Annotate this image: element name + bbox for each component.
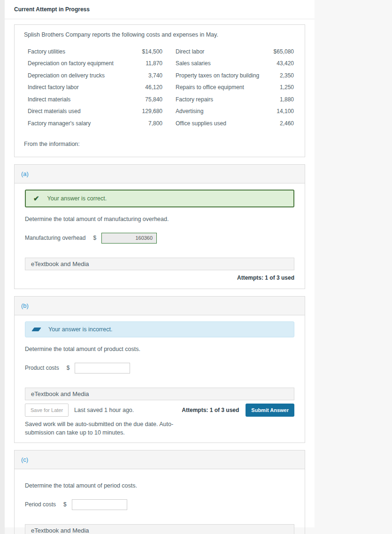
feedback-message: Your answer is incorrect.: [48, 326, 112, 333]
etextbook-media-accordion[interactable]: eTextbook and Media: [25, 258, 294, 270]
answer-field-row: Period costs $: [25, 499, 294, 510]
section-a-header: (a): [15, 165, 305, 183]
etextbook-media-label: eTextbook and Media: [31, 527, 89, 534]
cost-value: 46,120: [129, 84, 162, 91]
checkmark-icon: ✔: [33, 195, 39, 202]
cost-value: 1,250: [261, 84, 294, 91]
cost-value: 7,800: [129, 120, 162, 127]
cost-label: Factory utilities: [28, 48, 129, 55]
cost-label: Indirect factory labor: [28, 84, 129, 91]
cost-label: Depreciation on factory equipment: [28, 60, 129, 67]
cost-value: 11,870: [129, 60, 162, 67]
section-footer: Save for Later Last saved 1 hour ago. At…: [25, 404, 294, 417]
save-for-later-button[interactable]: Save for Later: [25, 404, 69, 417]
cost-label: Office supplies used: [176, 120, 261, 127]
cost-value: $65,080: [261, 48, 294, 55]
assignment-panel: Current Attempt in Progress Splish Broth…: [5, 0, 315, 527]
cost-value: 1,880: [261, 96, 294, 103]
cost-label: Depreciation on delivery trucks: [28, 72, 129, 79]
cost-value: 2,350: [261, 72, 294, 79]
etextbook-media-accordion[interactable]: eTextbook and Media: [25, 388, 294, 400]
section-b-header: (b): [15, 297, 305, 315]
cost-label: Direct labor: [176, 48, 261, 55]
cost-label: Factory manager's salary: [28, 120, 129, 127]
field-label: Period costs: [25, 501, 56, 508]
cost-label: Repairs to office equipment: [176, 84, 261, 91]
etextbook-media-label: eTextbook and Media: [31, 260, 89, 267]
question-prompt: Determine the total amount of product co…: [25, 346, 294, 352]
cost-value: $14,500: [129, 48, 162, 55]
currency-symbol: $: [93, 235, 96, 241]
cost-label: Advertising: [176, 108, 261, 114]
table-row: Depreciation on delivery trucks 3,740 Pr…: [28, 69, 295, 82]
cost-label: Sales salaries: [176, 60, 261, 67]
incorrect-feedback-banner: Your answer is incorrect.: [25, 321, 294, 337]
section-a-body: ✔ Your answer is correct. Determine the …: [15, 183, 305, 289]
page-gutter: [0, 0, 5, 534]
cost-value: 75,840: [129, 96, 162, 103]
period-costs-input[interactable]: [72, 499, 127, 510]
etextbook-media-label: eTextbook and Media: [31, 390, 89, 397]
table-row: Indirect factory labor 46,120 Repairs to…: [28, 82, 295, 94]
etextbook-media-accordion[interactable]: eTextbook and Media: [25, 524, 294, 534]
submit-answer-button[interactable]: Submit Answer: [246, 404, 294, 417]
eraser-icon: [31, 328, 41, 331]
cost-label: Direct materials used: [28, 108, 129, 114]
attempt-status-heading: Current Attempt in Progress: [5, 0, 315, 19]
table-row: Direct materials used 129,680 Advertisin…: [28, 106, 295, 118]
feedback-message: Your answer is correct.: [47, 195, 107, 202]
problem-statement: Splish Brothers Company reports the foll…: [14, 24, 305, 157]
field-label: Manufacturing overhead: [25, 235, 85, 241]
cost-table: Factory utilities $14,500 Direct labor $…: [24, 46, 295, 130]
cost-value: 14,100: [261, 108, 294, 114]
section-b-body: Your answer is incorrect. Determine the …: [15, 315, 305, 442]
section-c-header: (c): [15, 450, 305, 469]
attempts-counter: Attempts: 1 of 3 used: [25, 275, 294, 283]
manufacturing-overhead-input[interactable]: [101, 233, 157, 244]
cost-label: Property taxes on factory building: [176, 72, 261, 79]
last-saved-text: Last saved 1 hour ago.: [74, 407, 134, 413]
question-prompt: Determine the total amount of manufactur…: [25, 216, 294, 222]
correct-feedback-banner: ✔ Your answer is correct.: [25, 190, 294, 207]
currency-symbol: $: [63, 501, 67, 508]
cost-value: 3,740: [129, 72, 162, 79]
table-row: Factory utilities $14,500 Direct labor $…: [28, 46, 295, 58]
section-b: (b) Your answer is incorrect. Determine …: [14, 296, 305, 443]
currency-symbol: $: [67, 365, 70, 371]
answer-field-row: Manufacturing overhead $: [25, 233, 294, 244]
autosubmit-note: Saved work will be auto-submitted on the…: [25, 420, 181, 437]
cost-value: 2,460: [261, 120, 294, 127]
table-row: Factory manager's salary 7,800 Office su…: [28, 117, 295, 130]
section-c: (c) Determine the total amount of period…: [14, 450, 305, 534]
table-row: Indirect materials 75,840 Factory repair…: [28, 93, 295, 106]
problem-footer: From the information:: [24, 141, 295, 147]
cost-label: Factory repairs: [176, 96, 261, 103]
field-label: Product costs: [25, 365, 59, 371]
table-row: Depreciation on factory equipment 11,870…: [28, 58, 295, 70]
section-a: (a) ✔ Your answer is correct. Determine …: [14, 164, 305, 289]
cost-label: Indirect materials: [28, 96, 129, 103]
problem-intro: Splish Brothers Company reports the foll…: [24, 31, 295, 38]
answer-field-row: Product costs $: [25, 363, 294, 374]
cost-value: 129,680: [129, 108, 162, 114]
attempts-counter: Attempts: 1 of 3 used: [182, 407, 239, 413]
cost-value: 43,420: [261, 60, 294, 67]
question-prompt: Determine the total amount of period cos…: [25, 482, 294, 489]
product-costs-input[interactable]: [75, 363, 130, 374]
section-c-body: Determine the total amount of period cos…: [15, 469, 305, 534]
